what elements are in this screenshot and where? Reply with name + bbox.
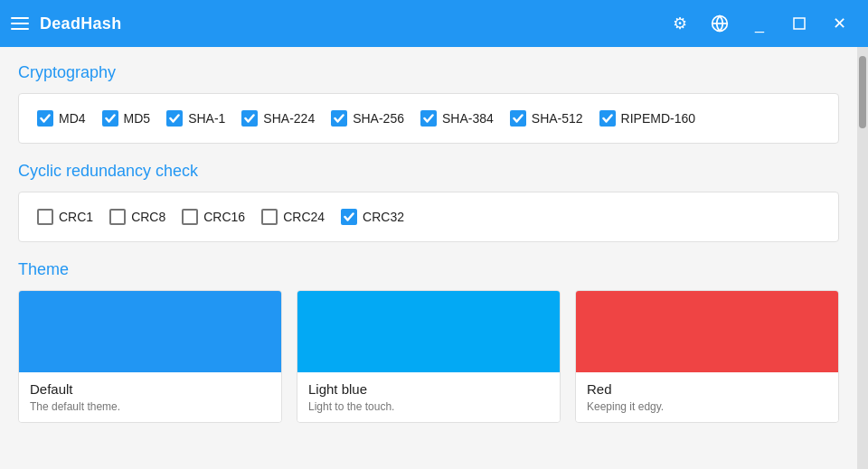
checkbox-label: CRC8 <box>131 210 165 224</box>
globe-icon[interactable] <box>702 5 738 42</box>
theme-card[interactable]: Red Keeping it edgy. <box>575 290 839 423</box>
checkbox-item[interactable]: SHA-1 <box>166 110 225 127</box>
theme-card[interactable]: Default The default theme. <box>18 290 282 423</box>
titlebar-icons: ⚙ _ ✕ <box>662 5 857 42</box>
checkbox[interactable] <box>510 110 526 127</box>
theme-cards: Default The default theme. Light blue Li… <box>18 290 839 423</box>
cryptography-checkbox-row: MD4 MD5 SHA-1 SHA-224 SHA-256 SHA-384 SH… <box>37 110 820 127</box>
checkbox[interactable] <box>261 209 278 225</box>
checkbox-item[interactable]: MD4 <box>37 110 86 127</box>
settings-icon[interactable]: ⚙ <box>662 5 698 42</box>
checkbox-label: CRC1 <box>59 210 93 224</box>
checkbox[interactable] <box>341 209 357 225</box>
checkbox-item[interactable]: CRC8 <box>109 209 165 225</box>
theme-name: Light blue <box>308 381 549 397</box>
checkbox-item[interactable]: MD5 <box>102 110 151 127</box>
maximize-icon[interactable] <box>781 5 817 42</box>
checkbox[interactable] <box>331 110 347 127</box>
close-icon[interactable]: ✕ <box>821 5 857 42</box>
app-title: DeadHash <box>40 14 121 33</box>
checkbox-item[interactable]: CRC1 <box>37 209 93 225</box>
checkbox-item[interactable]: CRC24 <box>261 209 325 225</box>
main-content: Cryptography MD4 MD5 SHA-1 SHA-224 SHA-2… <box>0 47 857 469</box>
content-wrapper: Cryptography MD4 MD5 SHA-1 SHA-224 SHA-2… <box>0 47 868 469</box>
crc-card: CRC1 CRC8 CRC16 CRC24 CRC32 <box>18 192 839 242</box>
theme-color-swatch <box>576 291 838 372</box>
checkbox-label: MD5 <box>124 111 151 126</box>
menu-icon[interactable] <box>11 17 29 30</box>
checkbox-label: CRC16 <box>203 210 245 224</box>
titlebar: DeadHash ⚙ _ ✕ <box>0 0 868 47</box>
crc-title: Cyclic redundancy check <box>18 162 839 181</box>
theme-name: Red <box>587 381 827 397</box>
theme-color-swatch <box>297 291 560 372</box>
checkbox-item[interactable]: SHA-224 <box>241 110 315 127</box>
cryptography-card: MD4 MD5 SHA-1 SHA-224 SHA-256 SHA-384 SH… <box>18 93 839 144</box>
checkbox-label: SHA-512 <box>532 111 583 126</box>
checkbox[interactable] <box>37 209 53 225</box>
checkbox[interactable] <box>37 110 53 127</box>
scrollbar-thumb[interactable] <box>859 56 866 128</box>
theme-desc: Light to the touch. <box>308 400 549 413</box>
minimize-icon[interactable]: _ <box>741 5 778 42</box>
scrollbar-track[interactable] <box>857 47 868 469</box>
checkbox-label: CRC32 <box>363 210 404 224</box>
theme-desc: Keeping it edgy. <box>587 400 827 413</box>
checkbox-label: SHA-1 <box>188 111 225 126</box>
checkbox-item[interactable]: CRC32 <box>341 209 404 225</box>
checkbox[interactable] <box>420 110 437 127</box>
theme-name: Default <box>30 381 270 397</box>
cryptography-title: Cryptography <box>18 63 839 82</box>
checkbox[interactable] <box>109 209 126 225</box>
checkbox-item[interactable]: SHA-512 <box>510 110 583 127</box>
checkbox-label: MD4 <box>59 111 86 126</box>
theme-desc: The default theme. <box>30 400 270 413</box>
checkbox-item[interactable]: RIPEMD-160 <box>599 110 695 127</box>
checkbox-label: SHA-224 <box>263 111 315 126</box>
checkbox[interactable] <box>599 110 616 127</box>
svg-rect-2 <box>794 18 805 29</box>
theme-info: Red Keeping it edgy. <box>576 372 838 422</box>
crc-checkbox-row: CRC1 CRC8 CRC16 CRC24 CRC32 <box>37 209 820 225</box>
checkbox-label: SHA-256 <box>353 111 404 126</box>
theme-card[interactable]: Light blue Light to the touch. <box>297 290 561 423</box>
checkbox[interactable] <box>166 110 183 127</box>
theme-title: Theme <box>18 260 839 279</box>
checkbox-label: CRC24 <box>283 210 325 224</box>
checkbox[interactable] <box>102 110 118 127</box>
theme-color-swatch <box>19 291 281 372</box>
theme-info: Default The default theme. <box>19 372 281 422</box>
checkbox[interactable] <box>182 209 198 225</box>
checkbox-item[interactable]: SHA-256 <box>331 110 404 127</box>
checkbox-item[interactable]: SHA-384 <box>420 110 494 127</box>
checkbox[interactable] <box>241 110 258 127</box>
theme-info: Light blue Light to the touch. <box>297 372 560 422</box>
checkbox-label: SHA-384 <box>442 111 494 126</box>
checkbox-label: RIPEMD-160 <box>621 111 695 126</box>
checkbox-item[interactable]: CRC16 <box>182 209 245 225</box>
